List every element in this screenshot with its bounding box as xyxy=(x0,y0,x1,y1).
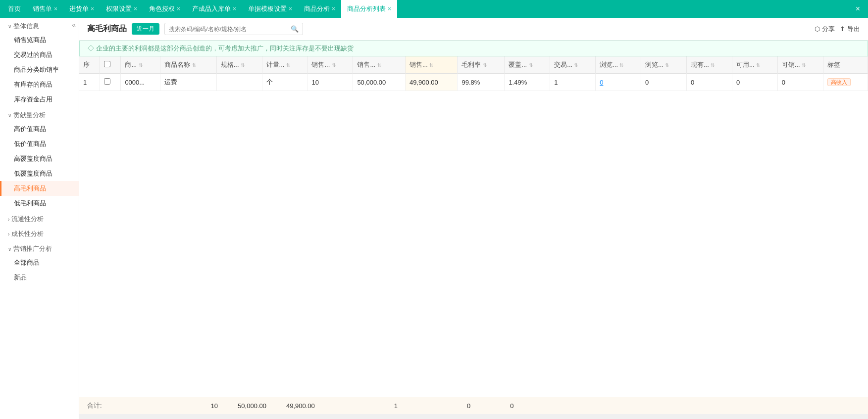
data-table: 序 商... ⇅ 商品名称 ⇅ 规格... ⇅ 计量... ⇅ 销售... ⇅ … xyxy=(79,56,868,91)
arrow-liquidity: › xyxy=(8,217,9,222)
page-title: 高毛利商品 xyxy=(87,24,127,34)
sort-unit: ⇅ xyxy=(286,62,290,68)
sidebar-group-growth[interactable]: › 成长性分析 xyxy=(0,226,79,240)
sidebar-item-low-coverage[interactable]: 低覆盖度商品 xyxy=(0,166,79,181)
sidebar-item-in-stock[interactable]: 有库存的商品 xyxy=(0,77,79,92)
cell-coverage: 1.49% xyxy=(505,74,550,91)
footer-sales-qty: 10 xyxy=(211,402,218,410)
sidebar-item-all-products[interactable]: 全部商品 xyxy=(0,255,79,270)
cell-index: 1 xyxy=(79,74,100,91)
sort-available1: ⇅ xyxy=(711,62,715,68)
nav-close-list[interactable]: × xyxy=(388,5,391,12)
share-icon: ⬡ xyxy=(815,25,820,33)
cell-tag: 高收入 xyxy=(823,74,868,91)
sort-name: ⇅ xyxy=(192,62,196,68)
col-unit[interactable]: 计量... ⇅ xyxy=(262,56,307,74)
export-button[interactable]: ⬆ 导出 xyxy=(840,25,860,34)
export-icon: ⬆ xyxy=(840,25,845,33)
sidebar-item-stock-capital[interactable]: 库存资金占用 xyxy=(0,92,79,107)
sidebar-item-high-gross[interactable]: 高毛利商品 xyxy=(0,181,79,196)
cell-checkbox[interactable] xyxy=(100,74,121,91)
col-transaction[interactable]: 交易... ⇅ xyxy=(550,56,596,74)
cell-available2: 0 xyxy=(732,74,777,91)
horizontal-scrollbar[interactable] xyxy=(79,414,868,419)
sidebar-item-high-value[interactable]: 高价值商品 xyxy=(0,122,79,137)
sort-browse2: ⇅ xyxy=(665,62,669,68)
sidebar-group-overall[interactable]: ∨ 整体信息 xyxy=(0,18,79,33)
cell-sales-qty: 10 xyxy=(307,74,353,91)
notice-text: ◇ 企业的主要的利润都是这部分商品创造的，可考虑加大推广，同时关注库存是不要出现… xyxy=(88,44,354,53)
search-input[interactable] xyxy=(169,26,289,33)
sidebar-item-category-assist[interactable]: 商品分类助销率 xyxy=(0,62,79,77)
col-gross-margin[interactable]: 毛利率 ⇅ xyxy=(458,56,505,74)
cell-sales-profit: 49,900.00 xyxy=(405,74,458,91)
col-sales-qty[interactable]: 销售... ⇅ xyxy=(307,56,353,74)
col-sales-amount[interactable]: 销售... ⇅ xyxy=(353,56,406,74)
window-close-button[interactable]: × xyxy=(850,4,866,13)
col-salable[interactable]: 可销... ⇅ xyxy=(777,56,823,74)
sidebar-item-traded[interactable]: 交易过的商品 xyxy=(0,47,79,62)
sidebar-item-low-gross[interactable]: 低毛利商品 xyxy=(0,196,79,211)
nav-template[interactable]: 单据模板设置 × xyxy=(242,0,298,18)
sidebar-group-contribution[interactable]: ∨ 贡献量分析 xyxy=(0,107,79,122)
nav-close-product-in[interactable]: × xyxy=(233,5,236,12)
nav-role[interactable]: 角色授权 × xyxy=(143,0,186,18)
nav-permission[interactable]: 权限设置 × xyxy=(100,0,143,18)
sort-sales-qty: ⇅ xyxy=(332,62,336,68)
footer-available1: 0 xyxy=(467,402,470,410)
sidebar-group-marketing[interactable]: ∨ 营销推广分析 xyxy=(0,240,79,255)
content-area: 高毛利商品 近一月 🔍 ⬡ 分享 ⬆ 导出 ◇ 企业的主要的利润都是这部分商品创… xyxy=(79,18,868,419)
sidebar: « ∨ 整体信息 销售览商品 交易过的商品 商品分类助销率 有库存的商品 库存资… xyxy=(0,18,79,419)
table-row: 1 0000... 运费 个 10 50,000.00 49,900.00 99… xyxy=(79,74,868,91)
nav-close-purchase[interactable]: × xyxy=(91,5,94,12)
time-filter-button[interactable]: 近一月 xyxy=(132,23,159,35)
col-name[interactable]: 商品名称 ⇅ xyxy=(160,56,216,74)
sort-transaction: ⇅ xyxy=(574,62,578,68)
col-checkbox[interactable] xyxy=(100,56,121,74)
col-index: 序 xyxy=(79,56,100,74)
sidebar-item-low-value[interactable]: 低价值商品 xyxy=(0,137,79,151)
nav-sales[interactable]: 销售单 × xyxy=(27,0,63,18)
sidebar-collapse-button[interactable]: « xyxy=(72,21,76,29)
nav-product-in[interactable]: 产成品入库单 × xyxy=(186,0,242,18)
nav-close-product-analysis[interactable]: × xyxy=(332,5,335,12)
col-code[interactable]: 商... ⇅ xyxy=(121,56,160,74)
col-sales-profit[interactable]: 销售... ⇅ xyxy=(405,56,458,74)
row-checkbox[interactable] xyxy=(104,78,110,85)
nav-close-template[interactable]: × xyxy=(289,5,292,12)
main-content: « ∨ 整体信息 销售览商品 交易过的商品 商品分类助销率 有库存的商品 库存资… xyxy=(0,18,868,419)
nav-close-role[interactable]: × xyxy=(177,5,180,12)
search-icon[interactable]: 🔍 xyxy=(291,25,299,33)
arrow-contribution: ∨ xyxy=(8,113,11,118)
nav-product-analysis[interactable]: 商品分析 × xyxy=(298,0,341,18)
arrow-growth: › xyxy=(8,232,9,237)
header-actions: ⬡ 分享 ⬆ 导出 xyxy=(815,25,860,34)
table-container[interactable]: 序 商... ⇅ 商品名称 ⇅ 规格... ⇅ 计量... ⇅ 销售... ⇅ … xyxy=(79,56,868,397)
cell-transaction: 1 xyxy=(550,74,596,91)
footer-sales-amount: 50,000.00 xyxy=(238,402,266,410)
nav-close-permission[interactable]: × xyxy=(134,5,137,12)
sort-sales-profit: ⇅ xyxy=(429,62,433,68)
sort-code: ⇅ xyxy=(139,62,143,68)
col-browse1[interactable]: 浏览... ⇅ xyxy=(596,56,641,74)
col-tag[interactable]: 标签 xyxy=(823,56,868,74)
col-spec[interactable]: 规格... ⇅ xyxy=(216,56,262,74)
col-browse2[interactable]: 浏览... ⇅ xyxy=(641,56,687,74)
sidebar-item-high-coverage[interactable]: 高覆盖度商品 xyxy=(0,151,79,166)
nav-home[interactable]: 首页 xyxy=(2,0,27,18)
cell-browse2: 0 xyxy=(641,74,687,91)
sidebar-item-new-products[interactable]: 新品 xyxy=(0,270,79,285)
nav-close-sales[interactable]: × xyxy=(54,5,57,12)
col-available2[interactable]: 可用... ⇅ xyxy=(732,56,777,74)
sidebar-item-sales-overview[interactable]: 销售览商品 xyxy=(0,33,79,47)
cell-sales-amount: 50,000.00 xyxy=(353,74,406,91)
cell-browse1[interactable]: 0 xyxy=(596,74,641,91)
nav-product-analysis-list[interactable]: 商品分析列表 × xyxy=(341,0,397,18)
col-available1[interactable]: 现有... ⇅ xyxy=(686,56,732,74)
select-all-checkbox[interactable] xyxy=(104,61,110,67)
nav-purchase[interactable]: 进货单 × xyxy=(63,0,100,18)
share-button[interactable]: ⬡ 分享 xyxy=(815,25,835,34)
col-coverage[interactable]: 覆盖... ⇅ xyxy=(505,56,550,74)
cell-name: 运费 xyxy=(160,74,216,91)
sidebar-group-liquidity[interactable]: › 流通性分析 xyxy=(0,211,79,226)
